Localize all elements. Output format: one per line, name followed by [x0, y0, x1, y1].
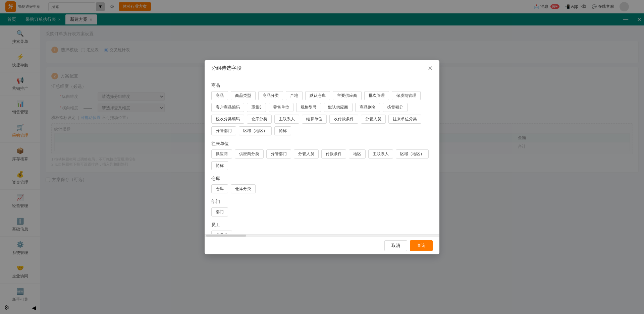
section-department: 部门 部门 — [211, 199, 433, 216]
section-goods: 商品 商品 商品类型 商品分类 产地 默认仓库 主要供应商 批次管理 保质期管理… — [211, 82, 433, 135]
field-batch-mgmt[interactable]: 批次管理 — [364, 91, 389, 100]
section-employee-title: 员工 — [211, 222, 433, 228]
field-tax-code[interactable]: 税收分类编码 — [211, 115, 244, 124]
field-warehouse[interactable]: 仓库 — [211, 184, 228, 193]
field-contact-partner[interactable]: 主联系人 — [368, 149, 393, 159]
field-warehouse-category[interactable]: 仓库分类 — [247, 115, 272, 124]
modal-header: 分组待选字段 ✕ — [205, 60, 439, 77]
field-supplier[interactable]: 供应商 — [211, 149, 232, 159]
field-region-partner[interactable]: 地区 — [349, 149, 366, 159]
field-supplier-category[interactable]: 供应商分类 — [235, 149, 264, 159]
field-settlement-unit[interactable]: 结算单位 — [302, 115, 327, 124]
field-payment-terms[interactable]: 收付款条件 — [329, 115, 358, 124]
section-partner: 往来单位 供应商 供应商分类 分管部门 分管人员 付款条件 地区 主联系人 区域… — [211, 141, 433, 170]
field-grid-goods: 商品 商品类型 商品分类 产地 默认仓库 主要供应商 批次管理 保质期管理 客户… — [211, 91, 433, 135]
field-staff-mgmt[interactable]: 分管人员 — [294, 149, 319, 159]
horizontal-scrollbar[interactable] — [205, 234, 439, 237]
field-region2-partner[interactable]: 区域（地区） — [396, 149, 429, 159]
modal-title: 分组待选字段 — [211, 65, 241, 71]
confirm-button[interactable]: 查询 — [410, 240, 433, 251]
modal-body: 商品 商品 商品类型 商品分类 产地 默认仓库 主要供应商 批次管理 保质期管理… — [205, 77, 439, 234]
field-warehouse-type[interactable]: 仓库分类 — [231, 184, 256, 193]
field-supervisor-dept[interactable]: 分管部门 — [211, 126, 236, 135]
field-default-supplier[interactable]: 默认供应商 — [324, 103, 353, 112]
field-department[interactable]: 部门 — [211, 207, 228, 216]
field-customer-code[interactable]: 客户商品编码 — [211, 103, 244, 112]
field-partner-category[interactable]: 往来单位分类 — [388, 115, 421, 124]
field-abbr-partner[interactable]: 简称 — [211, 161, 228, 170]
field-region-goods[interactable]: 区域（地区） — [239, 126, 272, 135]
field-dept-mgmt[interactable]: 分管部门 — [266, 149, 291, 159]
field-payment-cond[interactable]: 付款条件 — [321, 149, 346, 159]
section-department-title: 部门 — [211, 199, 433, 205]
field-goods-type[interactable]: 商品类型 — [231, 91, 256, 100]
field-retail-unit[interactable]: 零售单位 — [269, 103, 293, 112]
section-goods-title: 商品 — [211, 82, 433, 88]
field-spec-model[interactable]: 规格型号 — [296, 103, 321, 112]
field-abbr-goods[interactable]: 简称 — [274, 126, 291, 135]
modal-close-button[interactable]: ✕ — [428, 65, 433, 72]
field-expiry-mgmt[interactable]: 保质期管理 — [392, 91, 421, 100]
field-grid-department: 部门 — [211, 207, 433, 216]
modal-footer: 取消 查询 — [205, 237, 439, 254]
field-origin[interactable]: 产地 — [286, 91, 303, 100]
field-weight[interactable]: 重量3 — [247, 103, 266, 112]
modal: 分组待选字段 ✕ 商品 商品 商品类型 商品分类 产地 默认仓库 主要供应商 批… — [205, 60, 439, 254]
field-main-supplier[interactable]: 主要供应商 — [333, 91, 362, 100]
field-salesperson[interactable]: 业务员 — [211, 231, 232, 234]
section-warehouse: 仓库 仓库 仓库分类 — [211, 176, 433, 193]
cancel-button[interactable]: 取消 — [384, 240, 407, 251]
field-supervisor[interactable]: 分管人员 — [361, 115, 386, 124]
section-employee: 员工 业务员 — [211, 222, 433, 234]
field-goods-category[interactable]: 商品分类 — [258, 91, 283, 100]
field-goods[interactable]: 商品 — [211, 91, 228, 100]
field-default-warehouse[interactable]: 默认仓库 — [305, 91, 330, 100]
field-grid-partner: 供应商 供应商分类 分管部门 分管人员 付款条件 地区 主联系人 区域（地区） … — [211, 149, 433, 170]
section-partner-title: 往来单位 — [211, 141, 433, 147]
field-grid-warehouse: 仓库 仓库分类 — [211, 184, 433, 193]
field-main-contact[interactable]: 主联系人 — [274, 115, 299, 124]
section-warehouse-title: 仓库 — [211, 176, 433, 182]
field-goods-alias[interactable]: 商品别名 — [355, 103, 380, 112]
field-pick-points[interactable]: 拣货积分 — [383, 103, 408, 112]
modal-overlay: 分组待选字段 ✕ 商品 商品 商品类型 商品分类 产地 默认仓库 主要供应商 批… — [0, 0, 644, 314]
field-grid-employee: 业务员 — [211, 231, 433, 234]
